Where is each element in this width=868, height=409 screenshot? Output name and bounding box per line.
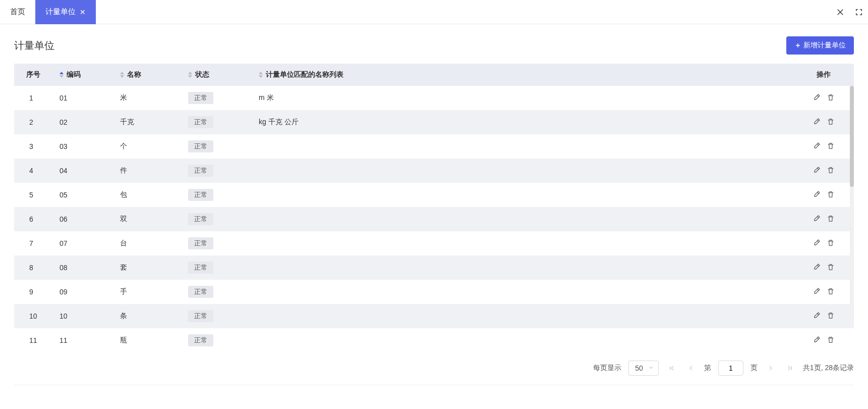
cell-status: 正常 (183, 134, 254, 159)
cell-code: 06 (54, 207, 115, 231)
footer-divider (14, 385, 854, 385)
page-size-select[interactable]: 50 (628, 361, 659, 376)
page-summary: 共1页, 28条记录 (803, 364, 854, 373)
col-match[interactable]: 计量单位匹配的名称列表 (254, 64, 793, 86)
unit-table: 序号 编码 名称 状态 计量单位匹配的名称列表 操作 101米正常m 米202千… (14, 64, 854, 352)
prev-page-icon[interactable] (685, 364, 697, 372)
delete-icon[interactable] (827, 190, 835, 198)
edit-icon[interactable] (813, 312, 821, 320)
status-badge: 正常 (188, 189, 213, 201)
sort-icon (60, 72, 64, 78)
cell-match: kg 千克 公斤 (254, 110, 793, 134)
table-row: 909手正常 (14, 280, 854, 304)
edit-icon[interactable] (813, 336, 821, 344)
delete-icon[interactable] (827, 166, 835, 174)
last-page-icon[interactable] (784, 364, 796, 372)
status-badge: 正常 (188, 116, 213, 128)
table-row: 404件正常 (14, 159, 854, 183)
tab-unit-label: 计量单位 (45, 7, 76, 17)
delete-icon[interactable] (827, 215, 835, 223)
cell-seq: 4 (14, 159, 54, 183)
col-ops: 操作 (793, 64, 854, 86)
status-badge: 正常 (188, 165, 213, 177)
edit-icon[interactable] (813, 263, 821, 271)
delete-icon[interactable] (827, 239, 835, 247)
status-badge: 正常 (188, 140, 213, 152)
scrollbar[interactable] (850, 86, 854, 318)
scrollbar-thumb[interactable] (850, 86, 854, 187)
delete-icon[interactable] (827, 142, 835, 150)
page-title: 计量单位 (14, 39, 54, 53)
cell-name: 手 (115, 280, 183, 304)
edit-icon[interactable] (813, 190, 821, 198)
cell-name: 件 (115, 159, 183, 183)
plus-icon: ＋ (794, 41, 801, 50)
cell-name: 双 (115, 207, 183, 231)
cell-seq: 3 (14, 134, 54, 159)
col-code[interactable]: 编码 (54, 64, 115, 86)
cell-ops (793, 304, 854, 328)
cell-seq: 10 (14, 304, 54, 328)
cell-code: 11 (54, 328, 115, 352)
delete-icon[interactable] (827, 118, 835, 126)
status-badge: 正常 (188, 213, 213, 225)
cell-match (254, 134, 793, 159)
table-row: 1010条正常 (14, 304, 854, 328)
delete-icon[interactable] (827, 336, 835, 344)
edit-icon[interactable] (813, 215, 821, 223)
cell-match (254, 304, 793, 328)
cell-status: 正常 (183, 86, 254, 110)
edit-icon[interactable] (813, 166, 821, 174)
edit-icon[interactable] (813, 239, 821, 247)
cell-status: 正常 (183, 110, 254, 134)
edit-icon[interactable] (813, 118, 821, 126)
cell-ops (793, 159, 854, 183)
cell-seq: 1 (14, 86, 54, 110)
cell-seq: 7 (14, 231, 54, 255)
cell-status: 正常 (183, 304, 254, 328)
add-unit-label: 新增计量单位 (803, 41, 846, 50)
table-row: 505包正常 (14, 183, 854, 207)
delete-icon[interactable] (827, 312, 835, 320)
edit-icon[interactable] (813, 287, 821, 295)
delete-icon[interactable] (827, 263, 835, 271)
sort-icon (120, 72, 124, 78)
sort-icon (259, 72, 263, 78)
table-header-row: 序号 编码 名称 状态 计量单位匹配的名称列表 操作 (14, 64, 854, 86)
fullscreen-icon[interactable] (855, 8, 863, 16)
status-badge: 正常 (188, 92, 213, 104)
status-badge: 正常 (188, 286, 213, 298)
cell-match (254, 280, 793, 304)
col-status[interactable]: 状态 (183, 64, 254, 86)
page-number-input[interactable] (718, 361, 743, 376)
first-page-icon[interactable] (666, 364, 678, 372)
cell-match (254, 207, 793, 231)
cell-name: 米 (115, 86, 183, 110)
delete-icon[interactable] (827, 93, 835, 101)
cell-name: 台 (115, 231, 183, 255)
cell-code: 05 (54, 183, 115, 207)
close-all-icon[interactable] (836, 8, 845, 17)
edit-icon[interactable] (813, 93, 821, 101)
next-page-icon[interactable] (765, 364, 777, 372)
cell-ops (793, 231, 854, 255)
close-icon[interactable]: ✕ (80, 8, 86, 16)
cell-match (254, 231, 793, 255)
table-row: 707台正常 (14, 231, 854, 255)
cell-name: 套 (115, 255, 183, 280)
cell-seq: 2 (14, 110, 54, 134)
edit-icon[interactable] (813, 142, 821, 150)
pagination: 每页显示 50 第 页 共1页, 28条记录 (14, 352, 854, 381)
cell-status: 正常 (183, 183, 254, 207)
add-unit-button[interactable]: ＋ 新增计量单位 (786, 36, 854, 55)
col-name[interactable]: 名称 (115, 64, 183, 86)
cell-match (254, 159, 793, 183)
cell-seq: 5 (14, 183, 54, 207)
col-seq[interactable]: 序号 (14, 64, 54, 86)
tab-home[interactable]: 首页 (0, 0, 35, 24)
cell-status: 正常 (183, 207, 254, 231)
cell-status: 正常 (183, 231, 254, 255)
tab-unit[interactable]: 计量单位 ✕ (35, 0, 96, 24)
delete-icon[interactable] (827, 287, 835, 295)
status-badge: 正常 (188, 310, 213, 322)
